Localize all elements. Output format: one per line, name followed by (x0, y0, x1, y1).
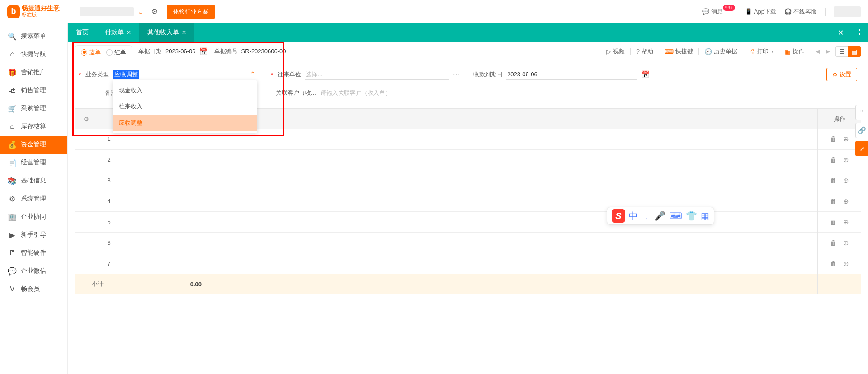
relcust-more-icon[interactable]: ⋯ (468, 89, 475, 97)
sidebar-icon: ⚙ (8, 195, 16, 203)
ime-skin-icon[interactable]: 👕 (686, 210, 697, 221)
ime-toolbar[interactable]: S 中 ， 🎤 ⌨ 👕 ▦ (607, 207, 714, 225)
add-icon[interactable]: ⊕ (843, 260, 849, 268)
sidebar-icon: 📚 (8, 177, 16, 185)
video-link[interactable]: ▷视频 (606, 47, 625, 56)
tab-close-all-icon[interactable]: ✕ (835, 27, 846, 38)
ime-toolbox-icon[interactable]: ▦ (701, 210, 709, 221)
sidebar-item-label: 基础信息 (21, 177, 46, 185)
delete-icon[interactable]: 🗑 (830, 156, 837, 164)
support-link[interactable]: 🎧 在线客服 (784, 8, 817, 16)
help-icon: ? (636, 48, 640, 55)
tab-2[interactable]: 其他收入单✕ (139, 23, 194, 42)
delete-icon[interactable]: 🗑 (830, 197, 837, 205)
table-row[interactable]: 7 (75, 253, 817, 274)
relcust-input[interactable] (320, 88, 464, 98)
ime-punct-button[interactable]: ， (642, 210, 651, 222)
tab-0[interactable]: 首页 (68, 23, 97, 42)
close-icon[interactable]: ✕ (182, 29, 186, 36)
delete-icon[interactable]: 🗑 (830, 218, 837, 226)
sidebar-item-2[interactable]: 🎁营销推广 (0, 63, 67, 81)
user-avatar[interactable] (834, 6, 861, 17)
sidebar-item-1[interactable]: ⌂快捷导航 (0, 45, 67, 63)
sidebar-item-label: 经营管理 (21, 159, 46, 167)
table-row[interactable]: 2 (75, 150, 817, 170)
sidebar-item-8[interactable]: 📚基础信息 (0, 172, 67, 190)
sidebar-item-4[interactable]: 🛒采购管理 (0, 99, 67, 117)
tab-label: 付款单 (105, 28, 124, 37)
delete-icon[interactable]: 🗑 (830, 239, 837, 247)
table-settings-icon[interactable]: ⚙ (75, 116, 98, 122)
doc-date-value[interactable]: 2023-06-06 (165, 48, 196, 55)
mic-icon[interactable]: 🎤 (654, 210, 665, 221)
add-icon[interactable]: ⊕ (843, 239, 849, 247)
sidebar-icon: ▶ (8, 231, 16, 239)
biztype-label: 业务类型 (85, 70, 109, 79)
sidebar-item-10[interactable]: 🏢企业协同 (0, 208, 67, 226)
gear-icon[interactable]: ⚙ (151, 7, 158, 16)
sidebar-item-0[interactable]: 🔍搜索菜单 (0, 27, 67, 45)
help-link[interactable]: ?帮助 (636, 47, 653, 56)
sidebar-item-5[interactable]: ⌂库存核算 (0, 117, 67, 136)
calendar-icon[interactable]: 📅 (199, 47, 208, 56)
biztype-field: * 业务类型 应收调整 ⌃ 现金收入往来收入应收调整 (79, 69, 257, 81)
add-icon[interactable]: ⊕ (843, 218, 849, 226)
view-list-button[interactable]: ☰ (835, 46, 848, 57)
table-row[interactable]: 3 (75, 170, 817, 191)
tab-label: 其他收入单 (147, 28, 179, 37)
add-icon[interactable]: ⊕ (843, 197, 849, 206)
row-ops: 🗑⊕ (818, 212, 861, 233)
operations-link[interactable]: ▦操作 (785, 47, 804, 56)
add-icon[interactable]: ⊕ (843, 156, 849, 164)
tab-label: 首页 (76, 28, 89, 37)
shortcut-link[interactable]: ⌨快捷键 (665, 47, 693, 56)
add-icon[interactable]: ⊕ (843, 177, 849, 185)
rail-expand-icon[interactable]: ⤢ (855, 141, 868, 156)
ime-keyboard-icon[interactable]: ⌨ (669, 210, 682, 221)
delete-icon[interactable]: 🗑 (830, 135, 837, 143)
party-more-icon[interactable]: ⋯ (453, 71, 460, 78)
biztype-select[interactable]: 应收调整 (113, 69, 257, 81)
tab-1[interactable]: 付款单✕ (97, 23, 139, 42)
radio-blue[interactable]: 蓝单 (81, 48, 101, 56)
sidebar-item-12[interactable]: 🖥智能硬件 (0, 244, 67, 262)
rail-link-icon[interactable]: 🔗 (855, 123, 868, 138)
close-icon[interactable]: ✕ (127, 29, 131, 36)
rail-note-icon[interactable]: 🗒 (855, 105, 868, 120)
delete-icon[interactable]: 🗑 (830, 260, 837, 267)
add-icon[interactable]: ⊕ (843, 135, 849, 143)
print-link[interactable]: 🖨打印▾ (749, 47, 774, 56)
settings-button[interactable]: ⚙设置 (826, 68, 857, 81)
sidebar-item-14[interactable]: V畅会员 (0, 280, 67, 298)
dropdown-option[interactable]: 应收调整 (113, 115, 257, 131)
sidebar-icon: 🔍 (8, 32, 16, 40)
table-row[interactable]: 6 (75, 233, 817, 253)
sidebar-item-7[interactable]: 📄经营管理 (0, 154, 67, 172)
messages-badge: 99+ (723, 5, 735, 11)
detail-table: ⚙ ▲▼ *收 1234567 小计 0.00 (75, 108, 861, 294)
view-form-button[interactable]: ▤ (848, 46, 861, 57)
sidebar-item-6[interactable]: 💰资金管理 (0, 136, 67, 154)
try-industry-button[interactable]: 体验行业方案 (167, 5, 215, 19)
sidebar-item-13[interactable]: 💬企业微信 (0, 262, 67, 280)
tab-expand-icon[interactable]: ⛶ (851, 27, 863, 38)
sidebar-item-9[interactable]: ⚙系统管理 (0, 190, 67, 208)
sidebar-item-11[interactable]: ▶新手引导 (0, 226, 67, 244)
prev-arrow-icon[interactable]: ◀ (816, 48, 820, 55)
duedate-input[interactable] (506, 69, 637, 80)
messages-link[interactable]: 💬 消息 99+ (702, 8, 737, 16)
sidebar-icon: V (8, 285, 16, 293)
app-download-link[interactable]: 📱 App下载 (745, 8, 776, 16)
calendar-icon[interactable]: 📅 (641, 70, 650, 79)
party-input[interactable] (305, 69, 449, 80)
sidebar-item-3[interactable]: 🛍销售管理 (0, 81, 67, 99)
dropdown-option[interactable]: 现金收入 (113, 82, 257, 98)
sidebar-item-label: 库存核算 (21, 122, 46, 131)
delete-icon[interactable]: 🗑 (830, 177, 837, 184)
dropdown-option[interactable]: 往来收入 (113, 98, 257, 115)
org-selector[interactable]: ⌄ (80, 7, 144, 17)
ime-lang-button[interactable]: 中 (629, 210, 638, 222)
history-link[interactable]: 🕘历史单据 (704, 47, 737, 56)
radio-red[interactable]: 红单 (106, 48, 126, 56)
next-arrow-icon[interactable]: ▶ (826, 48, 830, 55)
